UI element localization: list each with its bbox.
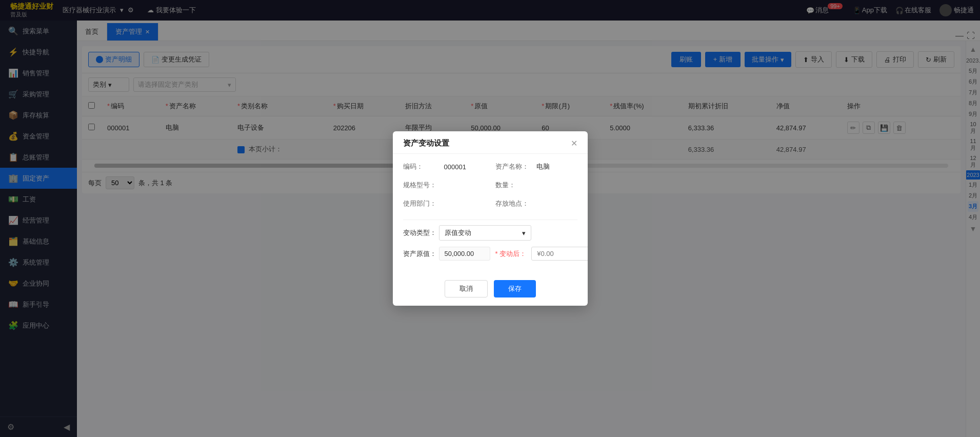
- dialog-original-value-label: 资产原值：: [403, 249, 439, 259]
- dialog-close-btn[interactable]: ✕: [571, 138, 577, 148]
- dialog-footer: 取消 保存: [393, 275, 588, 306]
- cancel-button[interactable]: 取消: [445, 280, 488, 297]
- save-button[interactable]: 保存: [494, 280, 536, 297]
- dialog-row-3: 使用部门： 存放地点：: [403, 199, 577, 213]
- change-type-dropdown-icon: ▾: [522, 229, 526, 237]
- dialog-location-label: 存放地点：: [495, 199, 536, 208]
- dialog-row-1: 编码： 000001 资产名称： 电脑: [403, 162, 577, 176]
- dialog-after-change-input[interactable]: [531, 247, 587, 261]
- asset-change-dialog: 资产变动设置 ✕ 编码： 000001 资产名称： 电脑 规格型号：: [393, 131, 588, 306]
- dialog-code-value: 000001: [444, 163, 485, 171]
- dialog-after-change-label: * 变动后：: [495, 249, 527, 259]
- dialog-change-type-label: 变动类型：: [403, 228, 439, 237]
- dialog-header: 资产变动设置 ✕: [393, 131, 588, 154]
- dialog-dept-row: 使用部门：: [403, 199, 485, 208]
- dialog-change-type-select[interactable]: 原值变动 ▾: [439, 225, 531, 241]
- dialog-body: 编码： 000001 资产名称： 电脑 规格型号： 数量：: [393, 154, 588, 275]
- dialog-amount-fields: 50,000.00 * 变动后：: [439, 247, 588, 261]
- dialog-divider: [403, 220, 577, 220]
- dialog-code-label: 编码：: [403, 162, 444, 171]
- dialog-name-value: 电脑: [536, 162, 577, 171]
- dialog-amount-row: 资产原值： 50,000.00 * 变动后：: [403, 247, 577, 261]
- dialog-dept-label: 使用部门：: [403, 199, 444, 208]
- dialog-spec-row: 规格型号：: [403, 181, 485, 190]
- dialog-quantity-row: 数量：: [495, 181, 577, 190]
- dialog-original-value-display: 50,000.00: [439, 247, 490, 261]
- dialog-code-row: 编码： 000001: [403, 162, 485, 171]
- dialog-change-type-row: 变动类型： 原值变动 ▾: [403, 225, 577, 241]
- dialog-overlay: 资产变动设置 ✕ 编码： 000001 资产名称： 电脑 规格型号：: [0, 0, 980, 437]
- dialog-spec-label: 规格型号：: [403, 181, 444, 190]
- dialog-quantity-label: 数量：: [495, 181, 536, 190]
- dialog-row-2: 规格型号： 数量：: [403, 181, 577, 195]
- dialog-title: 资产变动设置: [403, 138, 449, 148]
- dialog-location-row: 存放地点：: [495, 199, 577, 208]
- dialog-change-type-value: 原值变动: [445, 228, 471, 237]
- dialog-name-row: 资产名称： 电脑: [495, 162, 577, 171]
- dialog-name-label: 资产名称：: [495, 162, 536, 171]
